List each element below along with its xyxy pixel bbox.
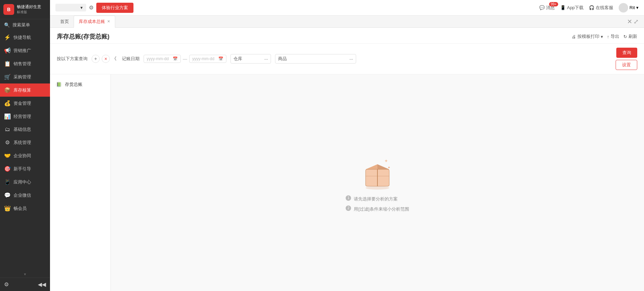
svg-point-8: [366, 186, 389, 190]
calendar-start-icon[interactable]: 📅: [173, 56, 178, 61]
user-chevron-icon: ▾: [636, 5, 639, 10]
warehouse-select[interactable]: 仓库 ···: [230, 54, 271, 64]
sidebar-item-quick-nav[interactable]: ⚡ 快捷导航: [0, 31, 50, 44]
filter-sidebar-item-label: 存货总账: [65, 81, 82, 88]
export-label: 导出: [611, 33, 619, 40]
filter-label: 按以下方案查询: [57, 56, 88, 62]
user-name: Rit: [629, 5, 635, 10]
sidebar-item-label: 采购管理: [14, 74, 31, 80]
message-icon: 💬: [539, 5, 545, 10]
sidebar-item-label: 销售管理: [14, 61, 31, 67]
sidebar-item-inventory[interactable]: 📦 库存核算: [0, 83, 50, 97]
sidebar-item-label: 经营管理: [14, 114, 31, 120]
industry-button[interactable]: 体验行业方案: [96, 3, 133, 13]
panel-resize-icon[interactable]: ⤢: [634, 18, 639, 25]
tab-inventory-cost[interactable]: 库存成本总账 ✕: [74, 16, 115, 28]
sidebar-scroll-down[interactable]: ▼: [0, 271, 50, 277]
page-title: 库存总账(存货总账): [57, 32, 109, 41]
step-1-text: 请先选择要分析的方案: [354, 195, 398, 203]
app-download-btn[interactable]: 📱 App下载: [560, 5, 584, 11]
message-btn[interactable]: 💬 消息 99+: [539, 5, 555, 11]
tab-home-label: 首页: [60, 19, 69, 25]
user-area[interactable]: Rit ▾: [619, 3, 639, 13]
online-service-btn[interactable]: 🎧 在线客服: [589, 5, 613, 11]
refresh-button[interactable]: ↻ 刷新: [623, 33, 637, 40]
goods-more-icon: ···: [349, 56, 353, 62]
filter-sidebar: 📗 存货总账: [50, 74, 111, 291]
member-icon: 👑: [4, 205, 11, 212]
sidebar-item-corp[interactable]: 🤝 企业协同: [0, 149, 50, 162]
corp-icon: 🤝: [4, 152, 11, 159]
sidebar-item-marketing[interactable]: 📢 营销推广: [0, 44, 50, 57]
main-panel: ✦ ✦ 1 请先选择要分析的方案 2 用[过滤]条件来缩小分析范围: [111, 74, 644, 291]
basic-icon: 🗂: [4, 126, 11, 132]
logo-icon: B: [3, 4, 14, 15]
date-label: 记账日期: [122, 56, 140, 62]
step-1-num: 1: [346, 195, 351, 201]
sidebar-item-apps[interactable]: 📱 应用中心: [0, 175, 50, 189]
sales-icon: 📋: [4, 60, 11, 67]
sidebar-item-basic[interactable]: 🗂 基础信息: [0, 123, 50, 136]
svg-text:✦: ✦: [384, 158, 388, 164]
empty-text: 1 请先选择要分析的方案 2 用[过滤]条件来缩小分析范围: [346, 195, 409, 213]
panel-close-button[interactable]: ✕: [627, 18, 632, 25]
print-icon: 🖨: [572, 34, 576, 39]
sidebar-item-operation[interactable]: 📊 经营管理: [0, 110, 50, 123]
logo-text: 畅捷通好生意: [17, 4, 41, 10]
topbar-right: 💬 消息 99+ 📱 App下载 🎧 在线客服 Rit ▾: [539, 3, 639, 13]
print-label: 按模板打印: [577, 33, 599, 40]
finance-icon: 💰: [4, 100, 11, 106]
apps-icon: 📱: [4, 179, 11, 185]
sidebar-item-system[interactable]: ⚙ 系统管理: [0, 136, 50, 149]
sidebar-item-label: 企业微信: [14, 192, 31, 198]
collapse-icon[interactable]: ◀◀: [38, 281, 46, 288]
sidebar-item-purchase[interactable]: 🛒 采购管理: [0, 70, 50, 83]
date-end-input[interactable]: yyyy-mm-dd 📅: [189, 55, 226, 63]
sidebar-item-label: 快捷导航: [14, 34, 31, 41]
empty-state: ✦ ✦ 1 请先选择要分析的方案 2 用[过滤]条件来缩小分析范围: [346, 152, 409, 213]
sidebar-search[interactable]: 🔍 搜索菜单: [0, 19, 50, 31]
empty-step-1: 1 请先选择要分析的方案: [346, 195, 409, 203]
svg-marker-1: [366, 164, 377, 169]
filter-bar: 按以下方案查询 ＋ × 《 记账日期 yyyy-mm-dd 📅 — yyyy-m…: [50, 44, 644, 74]
refresh-icon: ↻: [623, 34, 627, 39]
sidebar-item-label: 资金管理: [14, 100, 31, 106]
filter-reset-btn[interactable]: ×: [102, 55, 110, 63]
sidebar-item-newbie[interactable]: 🎯 新手引导: [0, 162, 50, 175]
date-separator: —: [183, 56, 187, 62]
topbar: ▾ ⚙ 体验行业方案 💬 消息 99+ 📱 App下载 🎧 在线客服 Rit: [50, 0, 644, 16]
topbar-selector[interactable]: ▾: [55, 4, 86, 11]
inventory-sidebar-icon: 📗: [55, 81, 62, 88]
tab-close-icon[interactable]: ✕: [107, 19, 110, 24]
export-button[interactable]: ↑ 导出: [607, 33, 620, 40]
tab-home[interactable]: 首页: [55, 16, 74, 27]
refresh-label: 刷新: [628, 33, 637, 40]
filter-collapse-icon[interactable]: 《: [112, 56, 117, 62]
sidebar-item-member[interactable]: 👑 畅会员: [0, 202, 50, 215]
settings-icon[interactable]: ⚙: [4, 281, 9, 288]
sidebar-item-label: 应用中心: [14, 179, 31, 185]
print-button[interactable]: 🖨 按模板打印 ▾: [572, 33, 603, 40]
gear-icon[interactable]: ⚙: [89, 4, 94, 11]
sidebar-nav: ⚡ 快捷导航 📢 营销推广 📋 销售管理 🛒 采购管理 📦 库存核算 💰 资金管…: [0, 31, 50, 271]
app-download-label: App下载: [567, 5, 584, 11]
page-actions: 🖨 按模板打印 ▾ ↑ 导出 ↻ 刷新: [572, 33, 638, 40]
content-area: 📗 存货总账: [50, 74, 644, 291]
sidebar-item-sales[interactable]: 📋 销售管理: [0, 57, 50, 70]
purchase-icon: 🛒: [4, 74, 11, 80]
query-button[interactable]: 查询: [616, 48, 637, 58]
date-end-placeholder: yyyy-mm-dd: [192, 56, 214, 61]
calendar-end-icon[interactable]: 📅: [218, 56, 223, 61]
sidebar-item-finance[interactable]: 💰 资金管理: [0, 97, 50, 110]
date-start-input[interactable]: yyyy-mm-dd 📅: [144, 55, 181, 63]
settings-button[interactable]: 设置: [616, 60, 637, 70]
warehouse-label: 仓库: [233, 56, 242, 62]
sidebar-item-wechat[interactable]: 💬 企业微信: [0, 189, 50, 202]
tab-inventory-cost-label: 库存成本总账: [79, 19, 105, 25]
goods-select[interactable]: 商品 ···: [275, 54, 356, 64]
filter-sidebar-item-inventory[interactable]: 📗 存货总账: [50, 78, 110, 91]
avatar: [619, 3, 628, 13]
search-icon: 🔍: [4, 22, 10, 28]
filter-add-btn[interactable]: ＋: [92, 55, 100, 63]
inventory-icon: 📦: [4, 87, 11, 93]
